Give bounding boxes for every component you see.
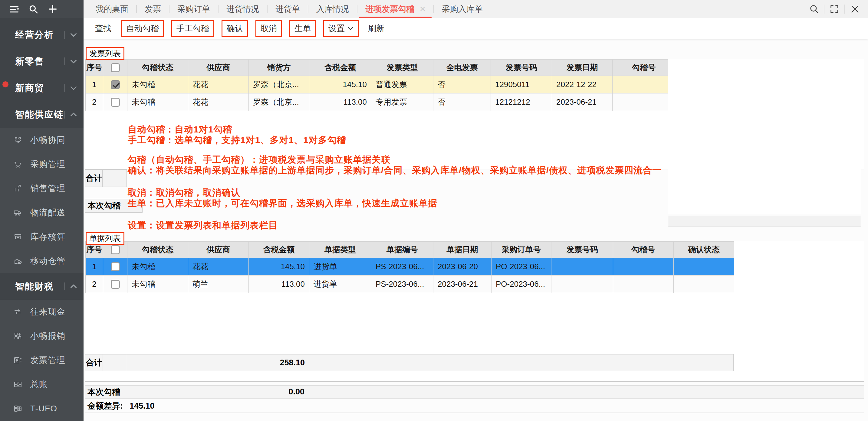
chevron-up-icon[interactable] bbox=[64, 111, 78, 119]
手工勾稽-button[interactable]: 手工勾稽 bbox=[171, 20, 214, 37]
fullscreen-icon[interactable] bbox=[825, 4, 844, 14]
column-header-勾稽状态: 勾稽状态 bbox=[127, 60, 188, 76]
cell-勾稽号 bbox=[613, 93, 676, 111]
sidebar-group-4[interactable]: 智能财税 bbox=[0, 273, 84, 300]
doc-list-label: 单据列表 bbox=[86, 232, 124, 245]
sidebar-item-销售管理[interactable]: 销售管理 bbox=[0, 176, 84, 200]
刷新-button[interactable]: 刷新 bbox=[366, 21, 386, 36]
row-checkbox[interactable] bbox=[111, 280, 120, 289]
reimburse-icon bbox=[13, 331, 22, 341]
toolbar-button-label: 刷新 bbox=[368, 23, 384, 34]
detail-panel-scrollbar[interactable] bbox=[668, 216, 861, 227]
amount-diff-value: 145.10 bbox=[129, 401, 155, 411]
plus-icon[interactable] bbox=[43, 3, 62, 15]
row-checkbox[interactable] bbox=[111, 262, 120, 271]
tab-进货单[interactable]: 进货单 bbox=[268, 0, 308, 18]
sidebar-item-总账[interactable]: 总账 bbox=[0, 372, 84, 396]
cell-采购订单号: PO-2023-06... bbox=[492, 258, 551, 276]
menu-icon[interactable] bbox=[4, 3, 24, 15]
tab-进项发票勾稽[interactable]: 进项发票勾稽× bbox=[358, 0, 433, 18]
自动勾稽-button[interactable]: 自动勾稽 bbox=[121, 20, 164, 37]
取消-button[interactable]: 取消 bbox=[255, 20, 282, 37]
cell-勾稽状态: 未勾稽 bbox=[127, 76, 188, 93]
doc-current-row: 本次勾稽 0.00 bbox=[85, 385, 864, 399]
tab-采购入库单[interactable]: 采购入库单 bbox=[434, 0, 491, 18]
sidebar-group-label: 新商贸 bbox=[15, 82, 44, 94]
sidebar-item-采购管理[interactable]: 采购管理 bbox=[0, 152, 84, 176]
cell-发票日期: 2022-12-22 bbox=[552, 76, 613, 93]
sidebar-item-小畅协同[interactable]: 小畅协同 bbox=[0, 128, 84, 152]
sidebar-item-T-UFO[interactable]: T-UFO bbox=[0, 396, 84, 421]
sidebar-group-1[interactable]: 新零售 bbox=[0, 48, 84, 75]
toolbar-button-label: 设置 bbox=[329, 23, 345, 34]
column-header-单据日期: 单据日期 bbox=[433, 241, 492, 258]
cell-供应商: 花花 bbox=[188, 76, 249, 93]
row-checkbox[interactable] bbox=[111, 98, 120, 107]
sidebar-top-icons bbox=[0, 0, 84, 18]
inventory-icon bbox=[13, 232, 22, 241]
column-header-全电发票: 全电发票 bbox=[433, 60, 491, 76]
sidebar-group-0[interactable]: 经营分析 bbox=[0, 22, 84, 48]
tab-入库情况[interactable]: 入库情况 bbox=[308, 0, 357, 18]
column-header-勾稽号: 勾稽号 bbox=[613, 60, 676, 76]
cell-全电发票: 否 bbox=[433, 76, 491, 93]
cell-勾稽号 bbox=[613, 76, 676, 93]
search-icon[interactable] bbox=[804, 4, 824, 14]
annotation-line: 生单：已入库未立账时，可在勾稽界面，选采购入库单，快速生成立账单据 bbox=[128, 197, 437, 209]
column-header-发票号码: 发票号码 bbox=[551, 241, 613, 258]
search-icon[interactable] bbox=[24, 3, 43, 15]
chevron-down-icon[interactable] bbox=[64, 58, 78, 65]
chevron-down-icon[interactable] bbox=[64, 84, 78, 92]
select-all-checkbox[interactable] bbox=[111, 245, 120, 254]
close-icon[interactable] bbox=[845, 4, 865, 14]
toolbar-button-label: 确认 bbox=[227, 23, 243, 34]
cell-销货方: 罗森（北京... bbox=[249, 76, 309, 93]
sidebar-item-往来现金[interactable]: 往来现金 bbox=[0, 300, 84, 324]
cell-发票日期: 2023-06-21 bbox=[552, 93, 613, 111]
toolbar-button-label: 生单 bbox=[294, 23, 311, 34]
select-all-checkbox[interactable] bbox=[111, 63, 120, 72]
tab-进货情况[interactable]: 进货情况 bbox=[218, 0, 267, 18]
查找-button[interactable]: 查找 bbox=[93, 21, 113, 36]
chevron-up-icon[interactable] bbox=[64, 283, 78, 290]
invoice-row[interactable]: 2未勾稽花花罗森（北京...113.00专用发票否121212122023-06… bbox=[86, 93, 676, 111]
sidebar-item-label: 发票管理 bbox=[30, 354, 65, 366]
生单-button[interactable]: 生单 bbox=[289, 20, 316, 37]
cell-供应商: 萌兰 bbox=[188, 276, 249, 293]
doc-row[interactable]: 2未勾稽萌兰113.00进货单PS-2023-06...2023-06-21PO… bbox=[86, 276, 734, 293]
doc-list-label-text: 单据列表 bbox=[89, 233, 121, 244]
doc-total-row: 合计 258.10 bbox=[85, 354, 734, 371]
tab-采购订单[interactable]: 采购订单 bbox=[169, 0, 218, 18]
sidebar-item-发票管理[interactable]: 发票管理 bbox=[0, 348, 84, 372]
tab-发票[interactable]: 发票 bbox=[137, 0, 169, 18]
chevron-down-icon[interactable] bbox=[64, 31, 78, 39]
row-index-cell: 2 bbox=[86, 276, 103, 293]
column-header-发票类型: 发票类型 bbox=[371, 60, 433, 76]
doc-total-value: 258.10 bbox=[248, 358, 305, 367]
cell-销货方: 罗森（北京... bbox=[249, 93, 309, 111]
sidebar-item-移动仓管[interactable]: 移动仓管 bbox=[0, 249, 84, 273]
cell-供应商: 花花 bbox=[188, 258, 249, 276]
tab-label: 采购入库单 bbox=[442, 4, 483, 14]
sidebar-item-label: T-UFO bbox=[30, 404, 57, 414]
sidebar-group-2[interactable]: 新商贸 bbox=[0, 75, 84, 101]
确认-button[interactable]: 确认 bbox=[221, 20, 248, 37]
close-tab-icon[interactable]: × bbox=[420, 3, 426, 14]
cell-单据编号: PS-2023-06... bbox=[371, 258, 433, 276]
row-checkbox-cell bbox=[103, 258, 127, 276]
invoice-list-label: 发票列表 bbox=[86, 47, 124, 60]
cell-单据类型: 进货单 bbox=[309, 258, 371, 276]
sidebar-item-label: 库存核算 bbox=[30, 231, 65, 242]
sidebar-item-物流配送[interactable]: 物流配送 bbox=[0, 200, 84, 225]
doc-current-label: 本次勾稽 bbox=[85, 387, 120, 397]
collab-icon bbox=[13, 135, 22, 144]
sidebar-group-3[interactable]: 智能供应链 bbox=[0, 101, 84, 128]
invoice-row[interactable]: 1未勾稽花花罗森（北京...145.10普通发票否129050112022-12… bbox=[86, 76, 676, 93]
设置-button[interactable]: 设置 bbox=[323, 20, 359, 37]
annotation-line: 确认：将关联结果向采购立账单据的上游单据同步，采购订单/合同、采购入库单/物权、… bbox=[128, 164, 661, 176]
sidebar-item-库存核算[interactable]: 库存核算 bbox=[0, 225, 84, 249]
row-checkbox[interactable] bbox=[111, 80, 120, 89]
doc-row[interactable]: 1未勾稽花花145.10进货单PS-2023-06...2023-06-20PO… bbox=[86, 258, 734, 276]
tab-我的桌面[interactable]: 我的桌面 bbox=[88, 0, 136, 18]
sidebar-item-小畅报销[interactable]: 小畅报销 bbox=[0, 324, 84, 348]
